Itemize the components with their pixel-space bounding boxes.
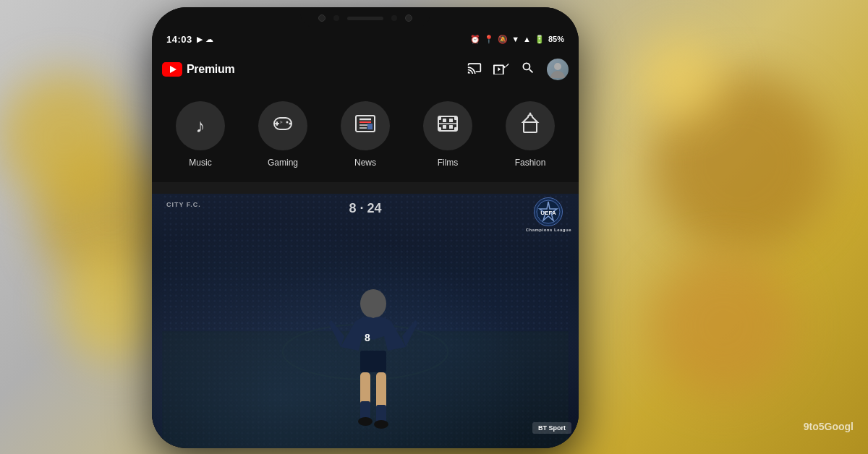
svg-rect-19 bbox=[449, 125, 453, 129]
player-figure: 8 bbox=[323, 282, 424, 448]
category-news[interactable]: News bbox=[341, 101, 390, 168]
signal-icon: ▲ bbox=[523, 35, 531, 43]
mute-icon: 🔕 bbox=[498, 35, 508, 44]
category-fashion[interactable]: Fashion bbox=[506, 101, 555, 168]
bt-sport-badge: BT Sport bbox=[532, 422, 571, 434]
wifi-icon: ▼ bbox=[511, 35, 519, 43]
bokeh-circle-6 bbox=[637, 36, 723, 123]
notch-area bbox=[152, 7, 579, 29]
svg-text:8: 8 bbox=[365, 332, 370, 343]
svg-rect-31 bbox=[360, 401, 370, 419]
phone-screen: 14:03 ▶ ☁ ⏰ 📍 🔕 ▼ ▲ 🔋 85% bbox=[152, 7, 579, 448]
app-title: Premium bbox=[187, 63, 234, 76]
battery-percentage: 85% bbox=[548, 35, 564, 43]
svg-point-3 bbox=[289, 122, 292, 124]
video-background: CITY F.C. 8 bbox=[152, 194, 579, 448]
svg-point-0 bbox=[554, 63, 561, 70]
status-time: 14:03 bbox=[166, 34, 192, 45]
phone-body: 14:03 ▶ ☁ ⏰ 📍 🔕 ▼ ▲ 🔋 85% bbox=[152, 7, 579, 448]
films-circle bbox=[423, 101, 472, 150]
svg-point-26 bbox=[360, 289, 386, 318]
youtube-logo: Premium bbox=[162, 62, 234, 77]
score-overlay: 8 · 24 bbox=[349, 201, 381, 216]
gaming-circle bbox=[258, 101, 307, 150]
sensor-left bbox=[333, 15, 339, 21]
user-avatar[interactable] bbox=[547, 59, 569, 80]
cl-text: Champions League bbox=[526, 228, 571, 232]
films-icon bbox=[437, 114, 459, 138]
svg-rect-11 bbox=[438, 116, 441, 120]
alarm-icon: ⏰ bbox=[470, 35, 480, 44]
svg-point-33 bbox=[358, 417, 373, 426]
gaming-icon bbox=[271, 115, 294, 137]
music-icon: ♪ bbox=[196, 115, 205, 137]
search-icon[interactable] bbox=[521, 61, 535, 79]
gaming-label: Gaming bbox=[268, 158, 298, 168]
cloud-status-icon: ☁ bbox=[205, 35, 213, 44]
svg-rect-21 bbox=[524, 122, 537, 132]
status-icons-left: ▶ ☁ bbox=[197, 35, 213, 44]
svg-rect-17 bbox=[449, 119, 453, 122]
cl-logo: UEFA bbox=[534, 197, 563, 226]
site-watermark: 9to5Googl bbox=[804, 421, 854, 432]
category-music[interactable]: ♪ Music bbox=[176, 101, 225, 168]
category-films[interactable]: Films bbox=[423, 101, 472, 168]
video-area: CITY F.C. 8 bbox=[152, 194, 579, 448]
status-bar: 14:03 ▶ ☁ ⏰ 📍 🔕 ▼ ▲ 🔋 85% bbox=[152, 29, 579, 49]
svg-rect-9 bbox=[367, 124, 373, 129]
svg-rect-12 bbox=[454, 116, 457, 120]
category-gaming[interactable]: Gaming bbox=[258, 101, 307, 168]
cast-icon[interactable] bbox=[467, 62, 482, 77]
sensor-right bbox=[391, 15, 397, 21]
bokeh-circle-2 bbox=[0, 72, 130, 202]
svg-point-20 bbox=[529, 112, 532, 114]
bokeh-circle-5 bbox=[651, 253, 796, 398]
app-bar-actions bbox=[467, 59, 569, 80]
news-icon bbox=[354, 113, 376, 139]
fashion-circle bbox=[506, 101, 555, 150]
fashion-label: Fashion bbox=[515, 158, 546, 168]
news-circle bbox=[341, 101, 390, 150]
svg-rect-28 bbox=[360, 351, 386, 372]
status-icons-right: ⏰ 📍 🔕 ▼ ▲ 🔋 85% bbox=[470, 35, 564, 44]
app-bar: Premium bbox=[152, 49, 579, 90]
youtube-status-icon: ▶ bbox=[197, 35, 203, 44]
svg-point-34 bbox=[374, 420, 388, 429]
svg-rect-18 bbox=[443, 125, 446, 129]
youtube-play-button bbox=[162, 62, 182, 77]
svg-rect-13 bbox=[438, 127, 441, 131]
music-label: Music bbox=[189, 158, 211, 168]
fashion-icon bbox=[520, 112, 540, 140]
location-icon: 📍 bbox=[484, 35, 494, 44]
team-name: CITY F.C. bbox=[166, 201, 201, 208]
champions-league-badge: UEFA Champions League bbox=[526, 197, 571, 232]
phone-device: 14:03 ▶ ☁ ⏰ 📍 🔕 ▼ ▲ 🔋 85% bbox=[152, 7, 579, 448]
svg-rect-14 bbox=[454, 127, 457, 131]
play-triangle bbox=[170, 66, 176, 73]
bokeh-circle-3 bbox=[58, 253, 166, 361]
svg-point-2 bbox=[286, 121, 289, 123]
notch bbox=[300, 9, 430, 27]
earpiece bbox=[347, 17, 383, 20]
films-label: Films bbox=[438, 158, 459, 168]
news-label: News bbox=[354, 158, 376, 168]
battery-icon: 🔋 bbox=[535, 35, 545, 44]
categories-section: ♪ Music bbox=[152, 90, 579, 182]
front-camera bbox=[318, 14, 326, 22]
front-camera-2 bbox=[405, 14, 412, 22]
svg-rect-16 bbox=[443, 119, 446, 122]
add-video-icon[interactable] bbox=[493, 61, 509, 78]
svg-text:UEFA: UEFA bbox=[541, 210, 557, 216]
music-circle: ♪ bbox=[176, 101, 225, 150]
